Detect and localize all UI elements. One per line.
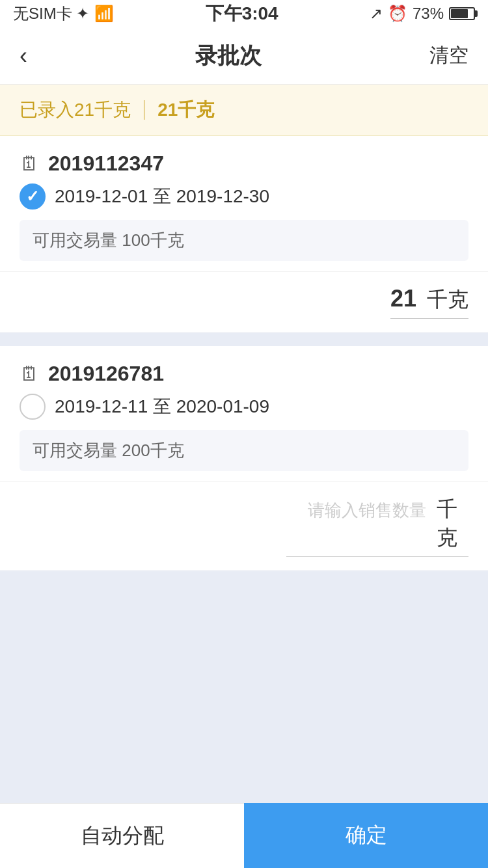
- available-qty-1: 可用交易量 100千克: [20, 220, 468, 261]
- current-time: 下午3:04: [206, 3, 278, 23]
- info-banner: 已录入21千克 21千克: [0, 85, 488, 136]
- location-icon: ↗: [370, 5, 383, 23]
- batch-id-1: 2019112347: [48, 152, 164, 176]
- confirm-button[interactable]: 确定: [244, 803, 488, 868]
- recorded-value: 21千克: [157, 98, 214, 122]
- unit-label-1: 千克: [427, 286, 468, 314]
- battery-percent: 73%: [413, 5, 444, 23]
- nav-bar: ‹ 录批次 清空: [0, 27, 488, 85]
- quantity-input-2[interactable]: [286, 500, 426, 521]
- page-title: 录批次: [195, 41, 262, 71]
- empty-space: [0, 571, 488, 832]
- back-button[interactable]: ‹: [20, 42, 27, 70]
- radio-button-1[interactable]: [20, 183, 46, 210]
- section-separator: [0, 333, 488, 346]
- batch-id-2: 2019126781: [48, 362, 164, 386]
- unit-label-2: 千克: [437, 495, 468, 552]
- recorded-label: 已录入21千克: [20, 98, 131, 122]
- batch-icon-2: 🗓: [20, 363, 39, 385]
- batch-date-1: 2019-12-01 至 2019-12-30: [55, 184, 269, 209]
- alarm-icon: ⏰: [388, 5, 407, 23]
- wifi-icon: 📶: [94, 5, 114, 23]
- auto-distribute-button[interactable]: 自动分配: [0, 803, 244, 868]
- batch-icon-1: 🗓: [20, 153, 39, 175]
- battery-icon: [449, 7, 475, 20]
- batch-card-1: 🗓 2019112347 2019-12-01 至 2019-12-30 可用交…: [0, 136, 488, 332]
- available-qty-2: 可用交易量 200千克: [20, 430, 468, 471]
- batch-date-2: 2019-12-11 至 2020-01-09: [55, 394, 269, 419]
- status-bar: 无SIM卡 ✦ 📶 下午3:04 ↗ ⏰ 73%: [0, 0, 488, 27]
- clear-button[interactable]: 清空: [429, 42, 468, 69]
- quantity-row-1: 21 千克: [0, 271, 488, 332]
- radio-button-2[interactable]: [20, 394, 46, 420]
- footer: 自动分配 确定: [0, 803, 488, 868]
- batch-card-2: 🗓 2019126781 2019-12-11 至 2020-01-09 可用交…: [0, 346, 488, 570]
- quantity-value-1: 21: [390, 285, 416, 312]
- quantity-row-2: 千克: [0, 481, 488, 570]
- sim-status: 无SIM卡 ✦: [13, 3, 89, 24]
